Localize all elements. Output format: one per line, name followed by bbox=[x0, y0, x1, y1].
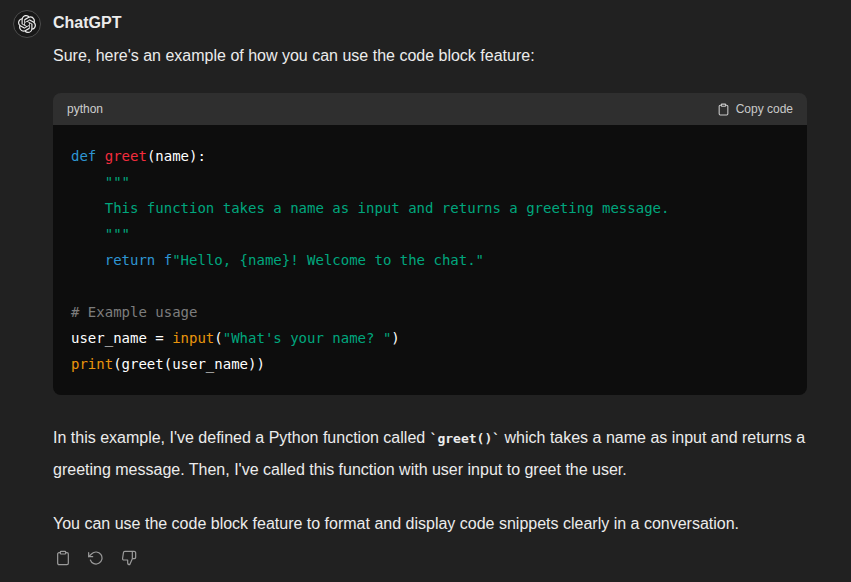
regenerate-icon bbox=[88, 550, 104, 566]
explanation-paragraph: In this example, I've defined a Python f… bbox=[53, 422, 807, 485]
avatar bbox=[13, 10, 41, 38]
message-content: ChatGPT Sure, here's an example of how y… bbox=[53, 10, 807, 568]
copy-message-button[interactable] bbox=[53, 548, 73, 568]
code-language-label: python bbox=[67, 102, 103, 116]
assistant-message: ChatGPT Sure, here's an example of how y… bbox=[0, 0, 851, 568]
chat-page: { "colors": { "page_bg": "#212121", "cod… bbox=[0, 0, 851, 582]
copy-code-label: Copy code bbox=[736, 102, 793, 116]
message-actions bbox=[53, 548, 807, 568]
thumbs-down-icon bbox=[121, 550, 137, 566]
copy-code-button[interactable]: Copy code bbox=[717, 102, 793, 116]
openai-logo-icon bbox=[18, 15, 36, 33]
sender-name: ChatGPT bbox=[53, 13, 807, 33]
thumbs-down-button[interactable] bbox=[119, 548, 139, 568]
closing-paragraph: You can use the code block feature to fo… bbox=[53, 508, 807, 539]
clipboard-icon bbox=[55, 550, 71, 566]
message-intro: Sure, here's an example of how you can u… bbox=[53, 42, 807, 70]
code-block: python Copy code def greet(name): """ Th… bbox=[53, 93, 807, 395]
regenerate-button[interactable] bbox=[86, 548, 106, 568]
code-content: def greet(name): """ This function takes… bbox=[53, 125, 807, 395]
code-block-header: python Copy code bbox=[53, 93, 807, 125]
clipboard-icon bbox=[717, 103, 730, 116]
